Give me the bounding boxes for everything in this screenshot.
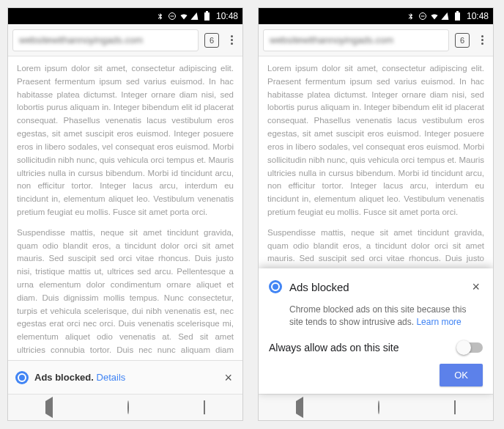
chrome-icon <box>269 280 282 293</box>
toggle-label: Always allow ads on this site <box>269 342 399 353</box>
infobar-title: Ads blocked. <box>34 372 94 383</box>
browser-toolbar: websitewithannoyingads.com 6 <box>8 24 242 56</box>
learn-more-link[interactable]: Learn more <box>416 317 461 327</box>
tab-switcher[interactable]: 6 <box>455 33 470 48</box>
battery-icon <box>453 12 462 21</box>
tab-switcher[interactable]: 6 <box>204 33 219 48</box>
ok-button[interactable]: OK <box>440 364 483 386</box>
recents-icon[interactable] <box>204 401 205 414</box>
wifi-icon <box>179 12 188 21</box>
back-icon[interactable] <box>45 401 53 414</box>
url-text: websitewithannoyingads.com <box>270 34 393 45</box>
close-icon[interactable]: × <box>469 277 483 296</box>
url-text: websitewithannoyingads.com <box>19 34 143 45</box>
clock-time: 10:48 <box>216 11 238 21</box>
status-bar: 10:48 <box>259 8 493 24</box>
do-not-disturb-icon <box>168 12 177 21</box>
paragraph: Lorem ipsum dolor sit amet, consectetur … <box>267 62 484 219</box>
bluetooth-icon <box>407 12 415 21</box>
battery-icon <box>203 12 212 21</box>
wifi-icon <box>430 12 439 21</box>
url-bar[interactable]: websitewithannoyingads.com <box>12 29 199 51</box>
phone-right: 10:48 websitewithannoyingads.com 6 Lorem… <box>258 7 494 421</box>
android-nav-bar <box>8 394 242 420</box>
clock-time: 10:48 <box>467 11 489 21</box>
cell-signal-icon <box>191 12 200 21</box>
page-content[interactable]: Lorem ipsum dolor sit amet, consectetur … <box>8 56 242 360</box>
home-icon[interactable] <box>127 401 129 414</box>
sheet-title: Ads blocked <box>289 281 462 293</box>
bluetooth-icon <box>156 12 165 21</box>
always-allow-toggle-row: Always allow ads on this site <box>269 336 483 356</box>
ads-blocked-infobar: Ads blocked. Details × <box>8 360 242 394</box>
paragraph: Lorem ipsum dolor sit amet, consectetur … <box>17 62 234 219</box>
details-link[interactable]: Details <box>97 372 126 383</box>
paragraph: Suspendisse mattis, neque sit amet tinci… <box>17 227 234 360</box>
cell-signal-icon <box>442 12 451 21</box>
back-icon[interactable] <box>296 401 303 414</box>
close-icon[interactable]: × <box>221 368 235 387</box>
sheet-subtitle: Chrome blocked ads on this site because … <box>269 304 483 329</box>
android-nav-bar <box>259 394 493 420</box>
chrome-icon <box>15 371 29 384</box>
url-bar[interactable]: websitewithannoyingads.com <box>263 29 449 51</box>
home-icon[interactable] <box>378 401 379 414</box>
recents-icon[interactable] <box>454 401 456 414</box>
ads-blocked-sheet: Ads blocked × Chrome blocked ads on this… <box>259 268 493 394</box>
status-bar: 10:48 <box>8 8 242 24</box>
overflow-menu-icon[interactable] <box>475 35 489 45</box>
infobar-message[interactable]: Ads blocked. Details <box>34 372 215 383</box>
phone-left: 10:48 websitewithannoyingads.com 6 Lorem… <box>7 7 243 421</box>
do-not-disturb-icon <box>418 12 427 21</box>
always-allow-toggle[interactable] <box>458 342 483 353</box>
overflow-menu-icon[interactable] <box>225 35 238 45</box>
browser-toolbar: websitewithannoyingads.com 6 <box>259 24 493 56</box>
